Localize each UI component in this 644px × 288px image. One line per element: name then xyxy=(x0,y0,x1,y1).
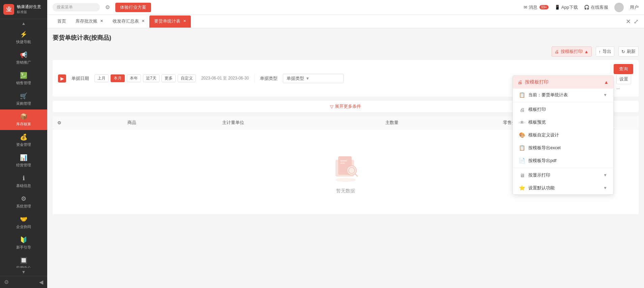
dropdown-current-item[interactable]: 📋 当前：要货单统计表 ▼ xyxy=(513,89,613,101)
query-button[interactable]: 查询 xyxy=(614,64,633,74)
toggle-sidebar-icon[interactable]: ◀ xyxy=(39,279,43,285)
print-icon: 🖨 xyxy=(555,49,559,54)
print-dropdown-chevron: ▲ xyxy=(584,49,589,54)
more-date-btn[interactable]: 更多 xyxy=(162,74,176,82)
export-pdf-icon: 📄 xyxy=(519,158,525,164)
current-template-icon: 📋 xyxy=(519,92,525,98)
sidebar-item-appstore[interactable]: 🔲 应用中心 xyxy=(0,253,47,268)
sidebar-scroll-down[interactable]: ▼ xyxy=(0,268,47,276)
sidebar-item-sales[interactable]: 💹 销售管理 xyxy=(0,68,47,89)
expand-conditions-button[interactable]: ▽ 展开更多条件 xyxy=(330,103,361,109)
current-chevron-icon: ▼ xyxy=(603,93,607,97)
settings-icon[interactable]: ⚙ xyxy=(4,279,9,285)
order-type-chevron-icon: ▼ xyxy=(305,76,310,81)
custom-date-btn[interactable]: 自定义 xyxy=(178,74,196,82)
sidebar: 业 畅康通好生意 标准版 ▲ ⚡ 快捷导航 📢 营销推广 💹 销售管理 🛒 采购… xyxy=(0,0,47,288)
tab-home[interactable]: 首页 xyxy=(53,15,71,28)
sidebar-item-collab[interactable]: 🤝 企业协同 xyxy=(0,212,47,233)
dropdown-divider-2 xyxy=(513,168,613,168)
dropdown-header-label: 按模板打印 xyxy=(525,79,549,85)
page-action-bar: 🖨 按模板打印 ▲ ↑ 导出 ↻ 刷新 xyxy=(53,46,639,57)
close-tab-button[interactable]: ✕ xyxy=(626,18,631,25)
last-7days-btn[interactable]: 近7天 xyxy=(143,74,159,82)
tab-batch[interactable]: 库存批次账 ✕ xyxy=(71,15,108,28)
sidebar-item-finance[interactable]: 💰 资金管理 xyxy=(0,130,47,151)
app-name: 畅康通好生意 xyxy=(17,4,41,10)
sidebar-item-marketing[interactable]: 📢 营销推广 xyxy=(0,48,47,68)
dropdown-export-pdf[interactable]: 📄 按模板导出pdf xyxy=(513,154,613,167)
display-print-chevron-icon: ▼ xyxy=(603,173,607,178)
trial-button[interactable]: 体验行业方案 xyxy=(115,3,151,12)
tab-order-stats[interactable]: 要货单统计表 ✕ xyxy=(149,15,191,28)
dropdown-template-print[interactable]: 🖨 模板打印 xyxy=(513,103,613,116)
app-download-button[interactable]: 📱 App下载 xyxy=(555,4,578,10)
sidebar-item-guide[interactable]: 🔰 新手引导 xyxy=(0,233,47,253)
page-content: 要货单统计表(按商品) 🖨 按模板打印 ▲ ↑ 导出 ↻ 刷新 ▶ 单据日期 上… xyxy=(47,28,644,288)
print-template-label: 按模板打印 xyxy=(561,49,583,55)
sidebar-scroll-up[interactable]: ▲ xyxy=(0,19,47,27)
sidebar-item-operation[interactable]: 📊 经营管理 xyxy=(0,151,47,171)
expand-tab-button[interactable]: ⤢ xyxy=(634,18,639,25)
template-print-icon: 🖨 xyxy=(519,107,525,113)
default-func-label: 设置默认功能 xyxy=(528,185,555,191)
current-month-btn[interactable]: 本月 xyxy=(111,74,125,82)
export-button[interactable]: ↑ 导出 xyxy=(596,46,615,57)
basic-icon: ℹ xyxy=(23,174,25,182)
expand-down-icon: ▽ xyxy=(330,104,333,109)
guide-icon: 🔰 xyxy=(20,236,27,244)
order-type-value: 单据类型 xyxy=(287,75,304,82)
export-pdf-label: 按模板导出pdf xyxy=(528,158,556,164)
prev-month-btn[interactable]: 上月 xyxy=(94,74,109,82)
export-icon: ↑ xyxy=(599,49,601,54)
settings-button[interactable]: 设置 xyxy=(616,74,631,84)
refresh-icon: ↻ xyxy=(621,49,625,54)
default-func-chevron-icon: ▼ xyxy=(603,186,607,190)
export-excel-icon: 📋 xyxy=(519,145,525,151)
sidebar-label-finance: 资金管理 xyxy=(16,142,31,147)
sidebar-item-basic[interactable]: ℹ 基础信息 xyxy=(0,171,47,192)
print-template-button[interactable]: 🖨 按模板打印 ▲ xyxy=(552,46,592,57)
tab-collection[interactable]: 收发存汇总表 ✕ xyxy=(108,15,149,28)
svg-line-5 xyxy=(355,174,357,176)
messages-button[interactable]: ✉ 消息 99+ xyxy=(524,4,549,10)
display-print-left: 🖥 按显示打印 xyxy=(519,172,550,178)
topbar-search[interactable]: 搜索菜单 xyxy=(53,3,100,11)
sidebar-item-purchase[interactable]: 🛒 采购管理 xyxy=(0,89,47,109)
inventory-icon: 📦 xyxy=(20,113,27,120)
refresh-button[interactable]: ↻ 刷新 xyxy=(618,46,639,57)
online-service-button[interactable]: 🎧 在线客服 xyxy=(584,4,608,10)
topbar-gear-icon[interactable]: ⚙ xyxy=(105,4,110,10)
sidebar-label-appstore: 应用中心 xyxy=(16,265,31,268)
sidebar-item-shortcut[interactable]: ⚡ 快捷导航 xyxy=(0,27,47,48)
expand-conditions-label: 展开更多条件 xyxy=(335,103,361,109)
sidebar-item-system[interactable]: ⚙ 系统管理 xyxy=(0,192,47,212)
tab-collection-close[interactable]: ✕ xyxy=(142,19,145,23)
dropdown-template-preview[interactable]: 👁 模板预览 xyxy=(513,116,613,129)
more-options-button[interactable]: ··· xyxy=(614,84,623,93)
col-unit: 主计量单位 xyxy=(217,116,381,129)
dropdown-default-func[interactable]: ⭐ 设置默认功能 ▼ xyxy=(513,182,613,194)
dropdown-display-print[interactable]: 🖥 按显示打印 ▼ xyxy=(513,169,613,182)
default-func-icon: ⭐ xyxy=(519,185,525,191)
dropdown-close-chevron[interactable]: ▲ xyxy=(604,79,609,85)
download-icon: 📱 xyxy=(555,5,560,10)
order-type-select[interactable]: 单据类型 ▼ xyxy=(283,74,344,83)
svg-rect-7 xyxy=(340,163,345,164)
order-type-label: 单据类型 xyxy=(260,75,277,82)
main-content: 搜索菜单 ⚙ 体验行业方案 ✉ 消息 99+ 📱 App下载 🎧 在线客服 用户… xyxy=(47,0,644,288)
dropdown-export-excel[interactable]: 📋 按模板导出excel xyxy=(513,141,613,154)
tab-order-stats-close[interactable]: ✕ xyxy=(183,19,186,23)
col-settings[interactable]: ⚙ xyxy=(53,116,123,129)
dropdown-divider-1 xyxy=(513,102,613,102)
sidebar-label-shortcut: 快捷导航 xyxy=(16,39,31,44)
purchase-icon: 🛒 xyxy=(20,92,27,100)
dropdown-template-design[interactable]: 🎨 模板自定义设计 xyxy=(513,129,613,141)
sidebar-item-inventory[interactable]: 📦 库存核算 xyxy=(0,109,47,130)
date-buttons: 上月 本月 本年 近7天 更多 自定义 xyxy=(94,74,196,82)
user-avatar[interactable] xyxy=(614,3,624,12)
empty-text: 暂无数据 xyxy=(336,188,355,194)
current-year-btn[interactable]: 本年 xyxy=(127,74,141,82)
display-print-icon: 🖥 xyxy=(519,172,525,178)
tab-batch-close[interactable]: ✕ xyxy=(100,19,103,23)
filter-toggle-button[interactable]: ▶ xyxy=(58,74,66,83)
